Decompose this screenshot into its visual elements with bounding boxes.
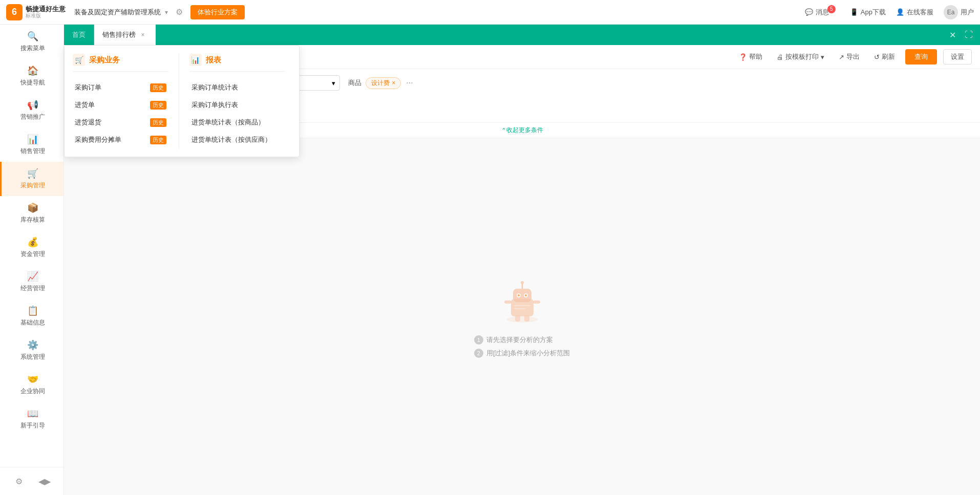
logo-area: 6 畅捷通好生意 标准版 (6, 4, 70, 20)
guide-icon: 📖 (27, 408, 38, 419)
sidebar-item-label: 经营管理 (20, 284, 45, 293)
goods-tag-close[interactable]: × (392, 79, 395, 87)
tab-fullscreen-btn[interactable]: ⛶ (962, 28, 976, 42)
header-system: 装备及固定资产辅助管理系统 ▾ ⚙ 体验行业方案 (70, 5, 805, 19)
tab-close-all-btn[interactable]: ✕ (945, 28, 960, 42)
service-icon: 👤 (896, 8, 904, 16)
purchase-dropdown-menu: 🛒 采购业务 采购订单 历史 进货单 历史 进货退货 历史 采购费用分摊单 历史… (64, 45, 300, 157)
sidebar-item-search[interactable]: 🔍 搜索菜单 (0, 25, 63, 59)
messages-label: 消息 (816, 8, 829, 17)
online-service-btn[interactable]: 👤 在线客服 (896, 8, 933, 17)
sidebar-item-marketing[interactable]: 📢 营销推广 (0, 93, 63, 127)
help-icon: ❓ (739, 53, 747, 61)
dropdown-item-goods-receipt[interactable]: 进货单 历史 (73, 96, 168, 114)
sidebar-item-finance[interactable]: 💰 资金管理 (0, 230, 63, 265)
svg-point-6 (525, 294, 527, 296)
export-btn[interactable]: ↗ 导出 (835, 50, 864, 63)
tab-sales-ranking[interactable]: 销售排行榜 × (94, 25, 156, 45)
svg-rect-12 (524, 315, 529, 321)
print-btn[interactable]: 🖨 按模板打印 ▾ (773, 50, 828, 63)
print-dropdown-icon: ▾ (821, 53, 824, 61)
dropdown-item-goods-stat-by-supplier[interactable]: 进货单统计表（按供应商） (189, 131, 285, 148)
tab-home[interactable]: 首页 (64, 25, 94, 45)
sidebar-item-label: 搜索菜单 (20, 44, 45, 53)
goods-more-btn[interactable]: ··· (404, 78, 415, 88)
dropdown-item-goods-stat-by-product[interactable]: 进货单统计表（按商品） (189, 114, 285, 131)
goods-tag-text: 设计费 (371, 79, 390, 88)
tip-num-2: 2 (474, 349, 483, 358)
user-label: 用户 (961, 8, 974, 17)
dropdown-col-report: 📊 报表 采购订单统计表 采购订单执行表 进货单统计表（按商品） 进货单统计表（… (183, 54, 291, 148)
avatar: Ea (944, 5, 958, 19)
history-badge: 历史 (150, 101, 166, 110)
refresh-btn[interactable]: ↺ 刷新 (870, 50, 899, 63)
dropdown-item-purchase-expense[interactable]: 采购费用分摊单 历史 (73, 131, 168, 148)
sidebar-item-guide[interactable]: 📖 新手引导 (0, 402, 63, 436)
sidebar-item-label: 新手引导 (20, 421, 45, 430)
goods-tags: 设计费 × ··· (366, 77, 415, 89)
help-btn[interactable]: ❓ 帮助 (735, 50, 766, 63)
sidebar-item-purchase[interactable]: 🛒 采购管理 (0, 162, 63, 196)
svg-point-5 (518, 294, 520, 296)
dropdown-item-purchase-order[interactable]: 采购订单 历史 (73, 79, 168, 96)
settings-btn[interactable]: 设置 (943, 49, 972, 64)
dropdown-col-purchase: 🛒 采购业务 采购订单 历史 进货单 历史 进货退货 历史 采购费用分摊单 历史 (73, 54, 175, 148)
collapse-label: 收起更多条件 (506, 126, 543, 135)
query-btn[interactable]: 查询 (905, 49, 937, 64)
sidebar-item-label: 快捷导航 (20, 78, 45, 87)
system-icon: ⚙️ (27, 339, 38, 351)
sidebar-item-label: 基础信息 (20, 318, 45, 327)
sidebar-settings-btn[interactable]: ⚙ (11, 474, 27, 489)
user-btn[interactable]: Ea 用户 (944, 5, 974, 19)
top-header: 6 畅捷通好生意 标准版 装备及固定资产辅助管理系统 ▾ ⚙ 体验行业方案 💬 … (0, 0, 980, 25)
system-name: 装备及固定资产辅助管理系统 (74, 8, 161, 17)
sidebar-item-system[interactable]: ⚙️ 系统管理 (0, 333, 63, 368)
tab-bar-actions: ✕ ⛶ (941, 25, 980, 45)
sidebar-item-operations[interactable]: 📈 经营管理 (0, 265, 63, 299)
empty-tip-2: 2 用[过滤]条件来缩小分析范围 (474, 349, 570, 358)
operations-icon: 📈 (27, 271, 38, 282)
sidebar-item-label: 资金管理 (20, 250, 45, 259)
tip-num-1: 1 (474, 335, 483, 345)
tab-sales-ranking-label: 销售排行榜 (102, 30, 136, 39)
header-right: 💬 消息 5 📱 App下载 👤 在线客服 Ea 用户 (805, 5, 974, 19)
history-badge: 历史 (150, 83, 166, 92)
sidebar-item-cooperation[interactable]: 🤝 企业协同 (0, 368, 63, 402)
sidebar-item-sales[interactable]: 📊 销售管理 (0, 127, 63, 162)
empty-illustration (497, 276, 548, 327)
logo-text: 畅捷通好生意 标准版 (26, 5, 66, 19)
help-label: 帮助 (749, 52, 762, 61)
sidebar-item-label: 系统管理 (20, 353, 45, 361)
report-col-title: 📊 报表 (189, 54, 285, 72)
industry-btn[interactable]: 体验行业方案 (190, 5, 245, 19)
print-icon: 🖨 (777, 53, 783, 61)
cooperation-icon: 🤝 (27, 374, 38, 385)
messages-badge: 5 (827, 5, 836, 13)
dropdown-item-goods-return[interactable]: 进货退货 历史 (73, 114, 168, 131)
refresh-label: 刷新 (882, 52, 895, 61)
empty-tip-1: 1 请先选择要分析的方案 (474, 335, 570, 345)
settings-icon-btn[interactable]: ⚙ (172, 5, 186, 19)
dropdown-item-purchase-order-stat[interactable]: 采购订单统计表 (189, 79, 285, 96)
tab-close-icon[interactable]: × (139, 31, 147, 39)
svg-point-8 (521, 281, 524, 284)
sidebar-collapse-btn[interactable]: ◀▶ (37, 474, 52, 489)
goods-tag-1: 设计费 × (366, 77, 401, 89)
sidebar-item-quick-nav[interactable]: 🏠 快捷导航 (0, 59, 63, 93)
sales-icon: 📊 (27, 134, 38, 145)
app-download-btn[interactable]: 📱 App下载 (850, 8, 886, 17)
svg-point-0 (507, 316, 538, 322)
history-badge: 历史 (150, 118, 166, 127)
dropdown-item-purchase-order-exec[interactable]: 采购订单执行表 (189, 96, 285, 114)
sidebar-item-basic[interactable]: 📋 基础信息 (0, 299, 63, 333)
sidebar: 🔍 搜索菜单 🏠 快捷导航 📢 营销推广 📊 销售管理 🛒 采购管理 📦 库存核… (0, 25, 64, 495)
sidebar-item-inventory[interactable]: 📦 库存核算 (0, 196, 63, 230)
online-service-label: 在线客服 (907, 8, 933, 17)
tip-text-2: 用[过滤]条件来缩小分析范围 (486, 349, 570, 358)
messages-btn[interactable]: 💬 消息 5 (805, 8, 840, 17)
basic-icon: 📋 (27, 305, 38, 316)
system-dropdown-arrow[interactable]: ▾ (165, 9, 168, 16)
sidebar-item-label: 库存核算 (20, 216, 45, 224)
logo-title: 畅捷通好生意 (26, 5, 66, 13)
report-col-icon: 📊 (189, 54, 202, 66)
